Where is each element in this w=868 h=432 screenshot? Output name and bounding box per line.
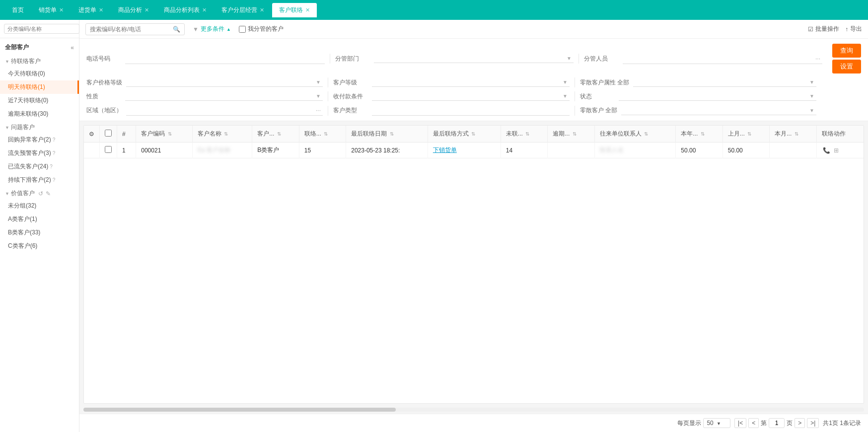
status-arrow: ▼: [809, 93, 814, 99]
sidebar-collapse-icon[interactable]: «: [71, 44, 74, 51]
sort-name-icon[interactable]: ⇅: [224, 131, 228, 137]
value-edit-icon[interactable]: ✎: [46, 190, 51, 197]
filter-dept-select[interactable]: ▼: [374, 54, 574, 63]
sidebar-item-churned[interactable]: 已流失客户(24) ?: [0, 160, 79, 173]
pager-prev-btn[interactable]: <: [748, 418, 759, 428]
sort-date-icon[interactable]: ⇅: [390, 131, 394, 137]
th-check[interactable]: [100, 126, 117, 143]
sidebar-item-repurchase-abnormal[interactable]: 回购异常客户(2) ?: [0, 133, 79, 146]
nav-purchase[interactable]: 进货单 ✕: [72, 3, 110, 17]
set-btn[interactable]: 设置: [832, 60, 861, 73]
filter-region-select[interactable]: ···: [126, 105, 323, 116]
action-grid-icon[interactable]: ⊞: [834, 147, 839, 154]
filter-more-btn[interactable]: ▼ 更多条件 ▲: [189, 23, 235, 35]
nav-purchase-close[interactable]: ✕: [99, 7, 103, 13]
filter-retail-attr-select[interactable]: ▼: [633, 78, 816, 87]
filter-row-3: 性质 ▼ 收付款条件 ▼ 状态: [86, 91, 861, 101]
filter-retail-cust-select[interactable]: ▼: [621, 106, 816, 115]
sidebar-item-churn-warn[interactable]: 流失预警客户(3) ?: [0, 146, 79, 160]
row-check[interactable]: [100, 143, 117, 158]
th-code[interactable]: 客户编码 ⇅: [136, 126, 193, 143]
th-last-method[interactable]: 最后联络方式 ⇅: [428, 126, 501, 143]
page-size-dropdown[interactable]: 50 ▼: [703, 418, 730, 428]
row-checkbox[interactable]: [105, 146, 112, 153]
my-customers-checkbox[interactable]: [239, 26, 246, 33]
th-unit-contact[interactable]: 往来单位联系人 ⇅: [594, 126, 676, 143]
filter-person-select[interactable]: ···: [623, 54, 822, 64]
sidebar-item-ungrouped[interactable]: 未分组(32): [0, 199, 79, 213]
sidebar-item-declining[interactable]: 持续下滑客户(2) ?: [0, 173, 79, 187]
search-icon[interactable]: 🔍: [173, 26, 180, 33]
nav-analysis-list[interactable]: 商品分析列表 ✕: [157, 3, 214, 17]
nav-sales[interactable]: 销货单 ✕: [32, 3, 71, 17]
sidebar-item-overdue[interactable]: 逾期未联络(30): [0, 107, 79, 121]
row-last-method[interactable]: 下销货单: [428, 143, 501, 158]
th-name[interactable]: 客户名称 ⇅: [193, 126, 252, 143]
sidebar-item-7days[interactable]: 近7天待联络(0): [0, 94, 79, 107]
nav-analysis[interactable]: 商品分析 ✕: [111, 3, 156, 17]
th-type[interactable]: 客户... ⇅: [252, 126, 299, 143]
filter-cust-type-input[interactable]: [372, 105, 570, 116]
sidebar-item-a-class[interactable]: A类客户(1): [0, 213, 79, 226]
th-contacts[interactable]: 联络... ⇅: [299, 126, 346, 143]
sidebar-item-today[interactable]: 今天待联络(0): [0, 67, 79, 80]
horizontal-scrollbar[interactable]: [83, 408, 864, 412]
customer-table: ⚙ # 客户编码 ⇅ 客户名称 ⇅ 客户... ⇅: [84, 126, 864, 158]
th-this-month[interactable]: 本月... ⇅: [770, 126, 816, 143]
sort-type-icon[interactable]: ⇅: [277, 131, 281, 137]
batch-ops-btn[interactable]: ☑ 批量操作: [808, 25, 839, 33]
th-unlinked[interactable]: 未联... ⇅: [501, 126, 547, 143]
pager-next-btn[interactable]: >: [795, 418, 805, 428]
filter-price-level-select[interactable]: ▼: [126, 78, 323, 87]
sort-unlinked-icon[interactable]: ⇅: [525, 131, 529, 137]
filter-customer-level-select[interactable]: ▼: [372, 78, 570, 87]
th-last-date[interactable]: 最后联络日期 ⇅: [346, 126, 428, 143]
filter-nature: 性质 ▼: [86, 92, 323, 101]
row-last-date: 2023-05-23 18:25:: [346, 143, 428, 158]
sort-overdue-icon[interactable]: ⇅: [573, 131, 577, 137]
nav-home[interactable]: 首页: [5, 3, 31, 17]
query-btn[interactable]: 查询: [832, 44, 861, 58]
sidebar-item-c-class[interactable]: C类客户(6): [0, 239, 79, 253]
sidebar-item-tomorrow[interactable]: 明天待联络(1): [0, 80, 79, 94]
page-number-input[interactable]: [769, 418, 785, 428]
my-customers-label[interactable]: 我分管的客户: [239, 25, 284, 33]
divider-5: [328, 91, 328, 101]
nav-customer-tier[interactable]: 客户分层经营 ✕: [215, 3, 271, 17]
filter-nature-select[interactable]: ▼: [125, 92, 323, 101]
nav-analysis-list-close[interactable]: ✕: [202, 7, 207, 13]
th-this-year[interactable]: 本年... ⇅: [676, 126, 723, 143]
nav-customer-contact-close[interactable]: ✕: [305, 7, 310, 13]
select-all-checkbox[interactable]: [105, 130, 112, 137]
th-last-month[interactable]: 上月... ⇅: [723, 126, 769, 143]
pager-first-btn[interactable]: |<: [734, 418, 746, 428]
divider-3: [328, 77, 328, 87]
sidebar-all-customers[interactable]: 全部客户 «: [0, 40, 79, 55]
nav-sales-close[interactable]: ✕: [59, 7, 64, 13]
th-overdue[interactable]: 逾期... ⇅: [548, 126, 594, 143]
sort-contacts-icon[interactable]: ⇅: [324, 131, 328, 137]
sort-lmonth-icon[interactable]: ⇅: [747, 131, 751, 137]
sort-tmonth-icon[interactable]: ⇅: [795, 131, 798, 137]
filter-status-select[interactable]: ▼: [619, 92, 816, 101]
filter-phone-input[interactable]: [125, 54, 325, 64]
sort-method-icon[interactable]: ⇅: [471, 131, 475, 137]
row-last-month: 50.00: [723, 143, 769, 158]
th-gear[interactable]: ⚙: [84, 126, 100, 143]
filter-payment-select[interactable]: ▼: [372, 92, 570, 101]
sidebar-search-input[interactable]: [4, 24, 79, 34]
search-input[interactable]: [90, 26, 170, 33]
sidebar-item-b-class[interactable]: B类客户(33): [0, 226, 79, 239]
pager-last-btn[interactable]: >|: [807, 418, 819, 428]
sort-unit-icon[interactable]: ⇅: [644, 131, 648, 137]
sort-year-icon[interactable]: ⇅: [701, 131, 705, 137]
nav-customer-tier-close[interactable]: ✕: [260, 7, 264, 13]
action-phone-icon[interactable]: 📞: [823, 147, 830, 154]
scroll-thumb[interactable]: [83, 408, 396, 412]
nav-analysis-close[interactable]: ✕: [145, 7, 149, 13]
nav-customer-contact[interactable]: 客户联络 ✕: [272, 3, 317, 17]
sort-code-icon[interactable]: ⇅: [168, 131, 172, 137]
value-refresh-icon[interactable]: ↺: [38, 190, 43, 197]
filter-customer-level: 客户等级 ▼: [333, 78, 570, 87]
export-btn[interactable]: ↑ 导出: [845, 25, 862, 33]
